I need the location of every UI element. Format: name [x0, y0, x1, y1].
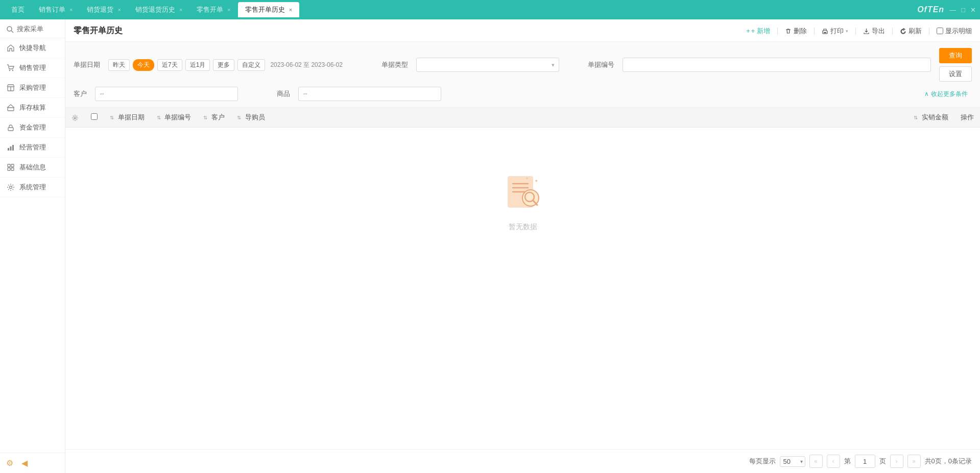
sidebar-item-purchase-mgmt[interactable]: 采购管理	[0, 78, 65, 98]
refresh-button[interactable]: 刷新	[900, 27, 922, 36]
th-date[interactable]: 单据日期	[104, 108, 151, 128]
prev-page-button[interactable]: ‹	[827, 455, 840, 468]
date-controls: 昨天 今天 近7天 近1月 更多 自定义 2023-06-02 至 2023-0…	[108, 59, 343, 71]
sidebar-collapse-icon[interactable]: ◀	[21, 458, 28, 468]
sidebar-item-label: 快捷导航	[19, 43, 46, 53]
data-table: 单据日期 单据编号 客户 导购员 实销金额	[65, 108, 980, 128]
pagination: 每页显示 10 20 50 100 « ‹ 第 页 › » 共0页，0条记录	[65, 449, 980, 473]
sidebar-search-label: 搜索采单	[17, 24, 43, 34]
tab-retail-open-history[interactable]: 零售开单历史 ×	[238, 2, 299, 17]
th-guide[interactable]: 导购员	[231, 108, 271, 128]
select-all-checkbox[interactable]	[91, 113, 98, 120]
export-button[interactable]: 导出	[863, 27, 885, 36]
divider5	[929, 28, 929, 35]
customer-input[interactable]: ···	[95, 87, 238, 101]
minimize-icon[interactable]: —	[949, 6, 956, 14]
tab-sales-return-history[interactable]: 销货退货历史 ×	[128, 2, 189, 17]
sidebar-item-system-mgmt[interactable]: 系统管理	[0, 178, 65, 197]
svg-text:✦: ✦	[525, 177, 529, 180]
sidebar-item-finance[interactable]: 资金管理	[0, 118, 65, 138]
sidebar-item-sales-mgmt[interactable]: 销售管理	[0, 58, 65, 78]
display-cols-checkbox[interactable]: 显示明细	[937, 27, 972, 36]
close-icon[interactable]: ✕	[970, 6, 976, 14]
delete-button[interactable]: 删除	[785, 27, 807, 36]
page-label: 页	[879, 457, 886, 466]
print-button[interactable]: 打印 ▾	[822, 27, 848, 36]
tab-sales-order[interactable]: 销售订单 ×	[32, 2, 80, 17]
page-title: 零售开单历史	[74, 26, 123, 36]
sidebar-search[interactable]: 搜索采单	[0, 19, 65, 38]
th-amount[interactable]: 实销金额	[907, 108, 954, 128]
sidebar-item-operation[interactable]: 经营管理	[0, 138, 65, 158]
th-gear[interactable]	[65, 108, 85, 128]
query-btn-group: 查询 设置	[939, 48, 972, 82]
display-cols-input[interactable]	[937, 28, 943, 34]
page-number-input[interactable]	[855, 455, 875, 468]
empty-illustration: ✦ ✦	[497, 168, 548, 214]
tab-close-retail-open-history[interactable]: ×	[289, 7, 292, 13]
table-wrapper: 单据日期 单据编号 客户 导购员 实销金额	[65, 108, 980, 449]
sidebar-item-inventory[interactable]: 库存核算	[0, 98, 65, 118]
first-page-button[interactable]: «	[809, 455, 823, 468]
svg-rect-9	[10, 146, 12, 151]
tab-close-retail-open[interactable]: ×	[227, 7, 230, 13]
maximize-icon[interactable]: □	[961, 6, 965, 14]
no-label: 单据编号	[588, 60, 614, 69]
query-button[interactable]: 查询	[939, 48, 972, 63]
page-size-select[interactable]: 10 20 50 100	[780, 456, 805, 467]
th-customer[interactable]: 客户	[197, 108, 231, 128]
tab-sales-return[interactable]: 销货退货 ×	[80, 2, 128, 17]
content-area: 零售开单历史 + + 新增 删除	[65, 19, 980, 473]
settings-button[interactable]: 设置	[939, 66, 972, 82]
th-checkbox[interactable]	[85, 108, 104, 128]
warehouse-icon	[6, 103, 15, 112]
tab-close-sales-return-history[interactable]: ×	[179, 7, 182, 13]
collapse-button[interactable]: ∧ 收起更多条件	[920, 88, 972, 101]
add-icon: +	[746, 27, 750, 35]
sidebar-settings-icon[interactable]: ⚙	[6, 458, 13, 468]
type-select[interactable]: ▾	[416, 58, 559, 72]
svg-line-1	[11, 31, 13, 33]
goods-input[interactable]: ···	[298, 87, 441, 101]
svg-point-18	[74, 117, 76, 119]
tab-close-sales-order[interactable]: ×	[69, 7, 73, 13]
main-layout: 搜索采单 快捷导航 销售管理	[0, 19, 980, 473]
grid-icon	[6, 163, 15, 172]
date-btn-more[interactable]: 更多	[213, 59, 234, 71]
customer-dots-icon: ···	[100, 89, 103, 98]
print-dropdown-icon[interactable]: ▾	[846, 29, 848, 34]
date-label: 单据日期	[74, 60, 100, 69]
sidebar-item-basic-info[interactable]: 基础信息	[0, 158, 65, 178]
empty-text: 暂无数据	[509, 222, 537, 232]
add-button[interactable]: + + 新增	[746, 27, 770, 36]
print-icon	[822, 27, 828, 35]
date-btn-yesterday[interactable]: 昨天	[108, 59, 130, 71]
tab-home[interactable]: 首页	[4, 2, 32, 17]
sidebar-item-label: 经营管理	[19, 143, 46, 152]
date-btn-custom[interactable]: 自定义	[237, 59, 265, 71]
svg-point-15	[10, 186, 12, 189]
empty-state: ✦ ✦ 暂无数据	[65, 128, 980, 272]
svg-rect-11	[8, 164, 10, 167]
page-size-wrapper: 10 20 50 100	[780, 456, 805, 467]
svg-rect-12	[11, 164, 14, 167]
sidebar: 搜索采单 快捷导航 销售管理	[0, 19, 65, 473]
svg-point-2	[9, 70, 10, 71]
tab-retail-open[interactable]: 零售开单 ×	[189, 2, 237, 17]
sidebar-item-quick-nav[interactable]: 快捷导航	[0, 38, 65, 58]
next-page-button[interactable]: ›	[890, 455, 903, 468]
divider2	[814, 28, 815, 35]
home-icon	[6, 43, 15, 53]
toolbar: + + 新增 删除	[746, 27, 972, 36]
no-input[interactable]	[623, 58, 931, 72]
date-btn-1month[interactable]: 近1月	[185, 59, 210, 71]
svg-rect-8	[8, 148, 9, 151]
th-no[interactable]: 单据编号	[151, 108, 198, 128]
tab-close-sales-return[interactable]: ×	[117, 7, 121, 13]
svg-point-3	[12, 70, 13, 71]
date-btn-today[interactable]: 今天	[133, 59, 154, 71]
cart-icon	[6, 63, 15, 72]
date-btn-7days[interactable]: 近7天	[157, 59, 182, 71]
svg-rect-14	[11, 168, 14, 170]
last-page-button[interactable]: »	[907, 455, 921, 468]
